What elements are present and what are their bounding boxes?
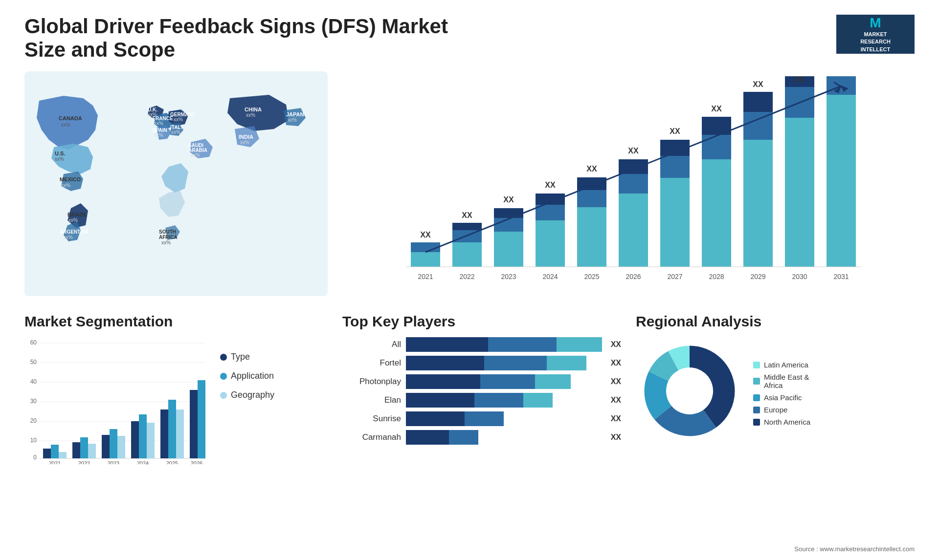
svg-text:AFRICA: AFRICA (159, 235, 178, 240)
mea-label: Middle East &Africa (764, 373, 809, 389)
svg-text:XX: XX (628, 147, 639, 155)
player-fortel: Fortel XX (342, 356, 621, 370)
svg-rect-36 (494, 208, 523, 218)
player-sunrise-value: XX (611, 414, 621, 423)
logo-text: MARKETRESEARCHINTELLECT (860, 31, 891, 53)
svg-text:2023: 2023 (501, 273, 516, 280)
svg-rect-111 (147, 423, 155, 458)
svg-text:XX: XX (670, 127, 680, 135)
svg-text:30: 30 (30, 398, 37, 405)
us-value: xx% (55, 156, 64, 162)
us-label: U.S. (55, 151, 65, 156)
brazil-label: BRAZIL (67, 212, 88, 217)
svg-rect-54 (660, 178, 690, 267)
segmentation-title: Market Segmentation (24, 313, 328, 330)
svg-rect-106 (110, 429, 117, 458)
player-carmanah-name: Carmanah (342, 432, 401, 442)
svg-rect-103 (88, 444, 96, 458)
svg-text:2026: 2026 (191, 460, 202, 464)
mexico-label: MEXICO (60, 176, 81, 182)
player-elan-value: XX (611, 396, 621, 405)
legend-europe: Europe (753, 406, 810, 414)
svg-text:2021: 2021 (418, 273, 433, 280)
segmentation-section: Market Segmentation 60 50 40 30 20 10 0 (24, 313, 328, 465)
key-players-title: Top Key Players (342, 313, 621, 330)
legend-application: Application (220, 371, 274, 381)
player-fortel-value: XX (611, 359, 621, 367)
svg-text:20: 20 (30, 417, 37, 424)
svg-rect-99 (59, 452, 67, 458)
svg-rect-69 (785, 118, 814, 267)
svg-text:XX: XX (586, 165, 597, 173)
svg-text:xx%: xx% (68, 217, 78, 223)
player-photonplay-bar (406, 374, 602, 389)
svg-text:xx%: xx% (240, 140, 249, 145)
segmentation-legend: Type Application Geography (220, 337, 274, 464)
regional-legend: Latin America Middle East &Africa Asia P… (753, 361, 810, 426)
svg-rect-44 (577, 207, 606, 267)
svg-text:xx%: xx% (61, 183, 70, 188)
svg-text:xx%: xx% (174, 117, 183, 122)
bar-chart-section: XX 2021 XX 2022 XX 2023 XX 2024 (342, 71, 915, 306)
svg-text:xx%: xx% (191, 152, 200, 158)
world-map-svg: CANADA xx% U.S. xx% MEXICO xx% BRAZIL xx… (24, 71, 328, 296)
players-list: All XX Fortel (342, 337, 621, 445)
svg-rect-60 (702, 135, 731, 159)
legend-mea: Middle East &Africa (753, 373, 810, 389)
mea-color (753, 378, 760, 385)
player-carmanah: Carmanah XX (342, 430, 621, 445)
svg-rect-118 (198, 380, 205, 458)
donut-chart (636, 337, 743, 445)
svg-rect-102 (80, 437, 88, 458)
svg-rect-55 (660, 156, 690, 178)
svg-rect-113 (160, 409, 168, 458)
svg-rect-35 (494, 218, 523, 232)
svg-text:2029: 2029 (750, 273, 765, 280)
svg-text:SOUTH: SOUTH (159, 229, 176, 235)
svg-text:ARGENTINA: ARGENTINA (60, 229, 89, 235)
svg-rect-97 (43, 449, 51, 458)
svg-text:xx%: xx% (154, 132, 163, 138)
regional-title: Regional Analysis (636, 313, 915, 330)
svg-text:XX: XX (420, 231, 431, 239)
asia-pacific-color (753, 394, 760, 401)
svg-text:2031: 2031 (833, 273, 849, 280)
europe-color (753, 407, 760, 413)
svg-rect-64 (743, 140, 773, 267)
svg-text:2024: 2024 (137, 460, 149, 464)
regional-section: Regional Analysis (636, 313, 915, 465)
svg-text:60: 60 (30, 339, 37, 346)
svg-rect-107 (117, 436, 125, 458)
player-all-value: XX (611, 340, 621, 349)
svg-text:2026: 2026 (626, 273, 641, 280)
svg-text:2022: 2022 (459, 273, 474, 280)
svg-rect-101 (72, 442, 80, 458)
svg-text:2022: 2022 (78, 460, 90, 464)
player-fortel-bar (406, 356, 602, 370)
svg-rect-51 (619, 159, 648, 174)
svg-text:XX: XX (462, 211, 472, 219)
svg-text:XX: XX (794, 76, 805, 84)
europe-label: Europe (764, 406, 787, 414)
player-all-name: All (342, 340, 401, 349)
player-all-bar (406, 337, 602, 352)
svg-text:CHINA: CHINA (245, 107, 262, 112)
player-carmanah-value: XX (611, 433, 621, 442)
svg-rect-109 (131, 421, 139, 458)
canada-value: xx% (61, 122, 70, 128)
svg-text:XX: XX (711, 105, 722, 113)
player-elan-bar (406, 393, 602, 408)
svg-text:50: 50 (30, 359, 37, 366)
svg-text:0: 0 (33, 454, 37, 461)
legend-type-label: Type (231, 352, 250, 362)
svg-rect-45 (577, 190, 606, 207)
svg-text:xx%: xx% (64, 235, 73, 240)
svg-rect-49 (619, 194, 648, 267)
player-all: All XX (342, 337, 621, 352)
latin-america-label: Latin America (764, 361, 808, 369)
svg-rect-29 (452, 242, 482, 267)
type-dot (220, 354, 227, 361)
player-sunrise: Sunrise XX (342, 411, 621, 426)
svg-rect-114 (168, 400, 176, 458)
svg-rect-98 (51, 445, 59, 458)
